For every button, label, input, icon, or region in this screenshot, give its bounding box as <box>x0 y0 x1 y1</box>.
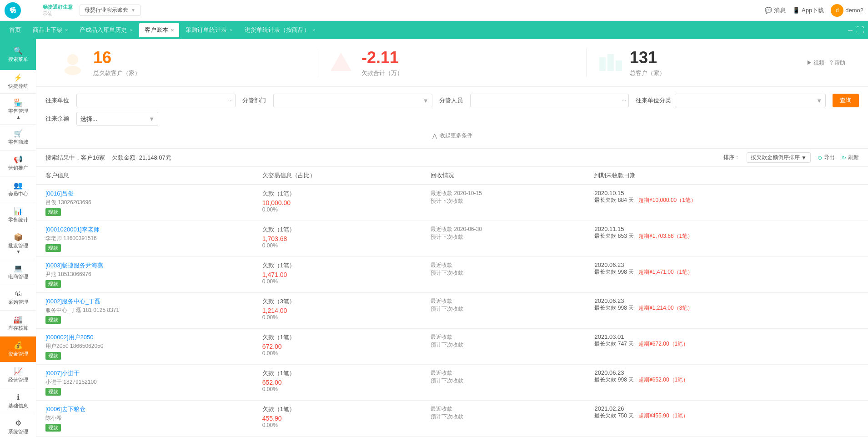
cell-recovery-3: 最近收款 预计下次收款 <box>421 293 585 329</box>
debt-amount-6[interactable]: 455.90 <box>262 415 412 422</box>
close-tab-purchase-stats[interactable]: × <box>312 27 315 33</box>
table-row: [0007]小进干 小进干 18279152100 现款 欠款（1笔） 652.… <box>36 365 868 401</box>
arrow-icon: ▲ <box>16 115 21 120</box>
debt-amount-5[interactable]: 652.00 <box>262 379 412 386</box>
overdue-link-6[interactable]: 超期¥455.90（1笔） <box>638 412 688 419</box>
customer-name-3[interactable]: [0002]服务中心_丁磊 <box>45 297 244 306</box>
cell-debt-info-0: 欠款（1笔） 10,000.00 0.00% <box>253 185 421 221</box>
industry-selector[interactable]: 母婴行业演示账套 ▼ <box>80 5 140 16</box>
sidebar-item-basic-info[interactable]: ℹ 基础信息 <box>0 388 36 414</box>
customer-phone-2: 尹燕 18513066976 <box>45 271 244 278</box>
member-icon: 👥 <box>14 181 23 190</box>
sidebar-item-marketing[interactable]: 📢 营销推广 <box>0 151 36 176</box>
sidebar-item-purchase[interactable]: 🛍 采购管理 <box>0 285 36 311</box>
overdue-link-1[interactable]: 超期¥1,703.68（1笔） <box>638 233 693 239</box>
customer-name-6[interactable]: [0006]去下粮仓 <box>45 405 244 413</box>
tab-product-off[interactable]: 商品上下架 × <box>27 23 73 37</box>
close-tab-purchase-order[interactable]: × <box>230 27 232 33</box>
overdue-days-4: 最长欠款 747 天 超期¥672.00（1笔） <box>594 340 859 348</box>
maximize-icon[interactable]: ⛶ <box>856 25 864 35</box>
cell-debt-info-1: 欠款（1笔） 1,703.68 0.00% <box>253 221 421 257</box>
source-unit-input[interactable] <box>76 94 236 107</box>
dropdown-arrow-icon: ▼ <box>131 8 135 13</box>
balance-filter: 往来余额 选择... ▼ <box>45 112 859 126</box>
sidebar-item-retail-stats[interactable]: 📊 零售统计 <box>0 202 36 228</box>
sidebar-item-system[interactable]: ⚙ 系统管理 <box>0 414 36 437</box>
search-button[interactable]: 查询 <box>833 94 859 107</box>
sort-btn[interactable]: 按欠款金额倒序排序 ▼ <box>747 152 811 163</box>
sidebar-search-btn[interactable]: 🔍 搜索菜单 <box>0 43 36 66</box>
debt-count-0: 欠款（1笔） <box>262 190 412 198</box>
customer-name-0[interactable]: [0016]吕俊 <box>45 190 244 198</box>
overdue-link-5[interactable]: 超期¥652.00（1笔） <box>638 377 688 383</box>
logo-icon: 畅 <box>5 2 21 19</box>
sort-arrow-icon: ▼ <box>801 155 807 161</box>
table-row: [0001020001]李老师 李老师 18600391516 现款 欠款（1笔… <box>36 221 868 257</box>
recovery-next-1: 预计下次收款 <box>431 233 576 241</box>
sidebar-item-inventory[interactable]: 🏭 库存核算 <box>0 311 36 337</box>
debt-amount-icon <box>327 49 355 76</box>
sidebar-item-member[interactable]: 👥 会员中心 <box>0 176 36 202</box>
customer-name-5[interactable]: [0007]小进干 <box>45 369 244 377</box>
tab-purchase-order[interactable]: 采购订单统计表 × <box>180 23 238 37</box>
balance-select[interactable]: 选择... <box>76 112 158 126</box>
message-btn[interactable]: 💬 消息 <box>765 6 786 15</box>
col-recovery: 回收情况 <box>421 167 585 185</box>
tab-purchase-stats[interactable]: 进货单统计表（按商品） × <box>239 23 321 37</box>
tab-customer-account[interactable]: 客户账本 × <box>139 23 179 37</box>
overdue-link-2[interactable]: 超期¥1,471.00（1笔） <box>638 269 693 275</box>
cell-customer-info-5: [0007]小进干 小进干 18279152100 现款 <box>36 365 253 401</box>
person-input[interactable] <box>470 94 629 107</box>
video-btn[interactable]: ▶ 视频 <box>807 59 824 67</box>
customer-phone-0: 吕俊 13026203696 <box>45 199 244 206</box>
user-avatar-btn[interactable]: d demo2 <box>831 4 863 17</box>
col-debt-info: 欠交易信息（占比） <box>253 167 421 185</box>
tab-product-history[interactable]: 产成品入库单历史 × <box>74 23 138 37</box>
export-btn[interactable]: ⊙ 导出 <box>818 154 835 161</box>
source-category-select[interactable] <box>675 94 826 107</box>
sidebar-item-finance[interactable]: 💰 资金管理 <box>0 337 36 362</box>
close-tab-product-off[interactable]: × <box>65 27 68 33</box>
debt-amount-0[interactable]: 10,000.00 <box>262 199 412 206</box>
customer-name-2[interactable]: [0003]畅捷服务尹海燕 <box>45 261 244 270</box>
customer-phone-1: 李老师 18600391516 <box>45 235 244 242</box>
source-category-filter: 往来单位分类 ▼ <box>636 94 826 107</box>
avatar: d <box>831 4 843 17</box>
sidebar-item-retail-mall[interactable]: 🛒 零售商城 <box>0 125 36 151</box>
debt-amount-3[interactable]: 1,214.00 <box>262 307 412 314</box>
sidebar-item-operations[interactable]: 📈 经营管理 <box>0 362 36 388</box>
recovery-next-5: 预计下次收款 <box>431 377 576 385</box>
debt-amount-4[interactable]: 672.00 <box>262 343 412 350</box>
close-tab-customer-account[interactable]: × <box>171 27 174 33</box>
tab-home[interactable]: 首页 <box>4 23 26 37</box>
refresh-btn[interactable]: ↻ 刷新 <box>842 154 859 161</box>
overdue-days-6: 最长欠款 750 天 超期¥455.90（1笔） <box>594 412 859 420</box>
overdue-link-3[interactable]: 超期¥1,214.00（3笔） <box>638 305 693 311</box>
app-download-btn[interactable]: 📱 App下载 <box>793 6 824 15</box>
overdue-days-1: 最长欠款 853 天 超期¥1,703.68（1笔） <box>594 232 859 240</box>
source-category-label: 往来单位分类 <box>636 96 671 105</box>
cell-recovery-6: 最近收款 预计下次收款 <box>421 401 585 437</box>
debt-count-4: 欠款（1笔） <box>262 333 412 342</box>
department-select[interactable] <box>273 94 432 107</box>
overdue-date-1: 2020.11.15 <box>594 226 859 232</box>
message-icon: 💬 <box>765 7 772 14</box>
tab-bar-actions: – ⛶ <box>848 25 864 35</box>
minimize-icon[interactable]: – <box>848 25 853 35</box>
collapse-row[interactable]: ⋀ 收起更多条件 <box>45 130 859 141</box>
help-btn[interactable]: ? 帮助 <box>830 59 845 67</box>
sidebar-quick-nav[interactable]: ⚡ 快捷导航 <box>0 70 36 94</box>
close-tab-product-history[interactable]: × <box>130 27 132 33</box>
table-row: [0003]畅捷服务尹海燕 尹燕 18513066976 现款 欠款（1笔） 1… <box>36 257 868 293</box>
customer-name-4[interactable]: [000002]用户2050 <box>45 333 244 342</box>
sidebar-item-ecommerce[interactable]: 💻 电商管理 <box>0 259 36 285</box>
sidebar-item-retail-mgmt[interactable]: 🏪 零售管理 ▲ <box>0 94 36 125</box>
recovery-next-4: 预计下次收款 <box>431 341 576 349</box>
customer-name-1[interactable]: [0001020001]李老师 <box>45 226 244 234</box>
sidebar: 🔍 搜索菜单 ⚡ 快捷导航 🏪 零售管理 ▲ 🛒 零售商城 📢 营销推广 <box>0 39 36 437</box>
overdue-link-4[interactable]: 超期¥672.00（1笔） <box>638 341 688 347</box>
overdue-link-0[interactable]: 超期¥10,000.00（1笔） <box>638 197 696 203</box>
debt-amount-2[interactable]: 1,471.00 <box>262 271 412 278</box>
debt-amount-1[interactable]: 1,703.68 <box>262 235 412 242</box>
sidebar-item-batch-mgmt[interactable]: 📦 批发管理 ▼ <box>0 228 36 259</box>
